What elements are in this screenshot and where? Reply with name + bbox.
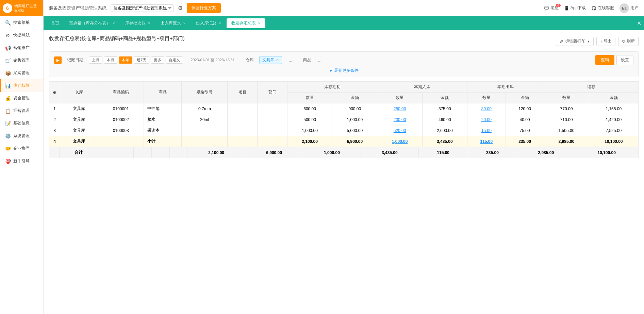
tab-close-icon[interactable]: ✕ <box>148 21 150 25</box>
sidebar-item-finance[interactable]: 💰资金管理 <box>0 92 43 104</box>
sidebar-item-basic[interactable]: 📝基础信息 <box>0 117 43 130</box>
warehouse-more[interactable]: ... <box>289 58 292 63</box>
tab-home[interactable]: 首页 <box>46 18 64 28</box>
tab-inout_summary[interactable]: 出入库汇总✕ <box>191 18 226 28</box>
message-action[interactable]: 💬 消息 6 <box>544 5 559 11</box>
cell-closing-amt: 1,420.00 <box>589 114 638 125</box>
cell-spec: 20ml <box>182 114 228 125</box>
purchase-icon: 📦 <box>5 70 11 76</box>
refresh-button[interactable]: ↻ 刷新 <box>618 37 639 46</box>
date-btn-more[interactable]: 更多 <box>151 56 164 64</box>
cell-project <box>228 114 258 125</box>
cell-code: 0100001 <box>98 103 144 114</box>
tab-close-icon[interactable]: ✕ <box>258 21 261 25</box>
service-action[interactable]: 🎧 在线客服 <box>591 5 614 11</box>
warehouse-tag-label: 文具库 <box>262 57 275 63</box>
tab-recv_send[interactable]: 收发存汇总表✕ <box>227 18 265 28</box>
sidebar-item-search[interactable]: 🔍搜索菜单 <box>0 16 43 29</box>
cell-out-qty[interactable]: 115.00 <box>467 136 506 147</box>
cell-in-qty[interactable]: 520.00 <box>377 125 422 136</box>
cell-in-qty[interactable]: 230.00 <box>377 114 422 125</box>
sidebar-item-guide[interactable]: 🎯新手引导 <box>0 155 43 167</box>
th-name: 商品 <box>144 82 182 103</box>
date-btn-this-year[interactable]: 本年 <box>119 56 132 64</box>
footer-empty-1 <box>49 147 60 158</box>
footer-label: 合计 <box>60 147 98 158</box>
expand-conditions-btn[interactable]: ▼ 展开更多条件 <box>54 68 633 73</box>
settings-button[interactable]: 设置 <box>616 55 633 65</box>
tab-bar: 首页现存量（库存分布表）✕库存批次账✕出入库流水✕出入库汇总✕收发存汇总表✕✕ <box>44 16 644 30</box>
export-button[interactable]: ↑ 导出 <box>596 37 615 46</box>
table-row: 3文具库0100003采访本1,000.005,000.00520.002,60… <box>49 125 639 136</box>
tab-inout_flow[interactable]: 出入库流水✕ <box>156 18 191 28</box>
th-gear[interactable]: ⚙ <box>49 82 60 103</box>
cell-out-amt: 235.00 <box>506 136 544 147</box>
system-selector[interactable]: 装备及固定资产辅助管理系统 <box>111 4 174 12</box>
sidebar-item-collab[interactable]: 🤝企业协同 <box>0 142 43 155</box>
tab-batch[interactable]: 库存批次账✕ <box>120 18 155 28</box>
brand-title: 畅库通好生意 <box>14 3 37 8</box>
page-title: 收发存汇总表(按仓库+商品编码+商品+规格型号+项目+部门) <box>49 35 185 42</box>
sidebar-item-inventory[interactable]: 📊库存核算 <box>0 79 43 92</box>
warehouse-tag-close[interactable]: ✕ <box>276 58 279 62</box>
gear-icon[interactable]: ⚙ <box>53 90 56 95</box>
cell-in-qty[interactable]: 1,000.00 <box>377 136 422 147</box>
date-filter-label: 记账日期 <box>67 57 83 63</box>
inventory-icon: 📊 <box>5 83 11 88</box>
cell-dept <box>258 136 287 147</box>
app-download-action[interactable]: 📱 App下载 <box>564 5 586 11</box>
tabbar-close-button[interactable]: ✕ <box>637 20 641 27</box>
product-filter-label: 商品 <box>303 57 311 63</box>
cell-dept <box>258 114 287 125</box>
sidebar-item-label: 快捷导航 <box>13 32 30 38</box>
product-more[interactable]: ... <box>318 58 321 63</box>
cell-opening-qty: 500.00 <box>287 114 332 125</box>
footer-closing-qty: 2,985.00 <box>517 147 575 158</box>
warehouse-filter-label: 仓库 <box>246 57 254 63</box>
sidebar-item-marketing[interactable]: 📢营销推广 <box>0 42 43 54</box>
topbar: 装备及固定资产辅助管理系统 装备及固定资产辅助管理系统 ⚙ 体验行业方案 💬 消… <box>44 0 644 16</box>
date-btn-7days[interactable]: 近7天 <box>134 56 149 64</box>
query-button[interactable]: 查询 <box>595 55 614 65</box>
footer-table: 合计 2,100.00 6,900.00 1,000.00 3,435.00 1… <box>49 147 639 158</box>
user-action[interactable]: Ea 用户 <box>620 3 639 13</box>
cell-out-qty[interactable]: 15.00 <box>467 125 506 136</box>
sidebar-item-sales[interactable]: 🛒销售管理 <box>0 54 43 67</box>
sidebar-brand: 畅库通好生意 标准版 <box>14 3 37 13</box>
sidebar-item-label: 经营管理 <box>13 108 30 114</box>
cell-project <box>228 103 258 114</box>
tab-close-icon[interactable]: ✕ <box>218 21 221 25</box>
sidebar-item-label: 库存核算 <box>13 83 30 88</box>
cell-index: 2 <box>49 114 60 125</box>
sidebar-item-purchase[interactable]: 📦采购管理 <box>0 67 43 79</box>
th-warehouse: 仓库 <box>60 82 98 103</box>
collab-icon: 🤝 <box>5 146 11 151</box>
date-btn-last-month[interactable]: 上月 <box>89 56 102 64</box>
refresh-icon: ↻ <box>622 39 625 44</box>
th-project: 项目 <box>228 82 258 103</box>
print-icon: 🖨 <box>560 39 564 44</box>
guide-icon: 🎯 <box>5 159 11 164</box>
filter-arrow-button[interactable]: ▶ <box>54 56 62 64</box>
tab-close-icon[interactable]: ✕ <box>183 21 186 25</box>
settings-icon[interactable]: ⚙ <box>178 5 183 11</box>
cell-index: 3 <box>49 125 60 136</box>
sidebar-item-system[interactable]: ⚙️系统管理 <box>0 130 43 142</box>
date-btn-custom[interactable]: 自定义 <box>166 56 183 64</box>
tab-stock_dist[interactable]: 现存量（库存分布表）✕ <box>65 18 120 28</box>
sidebar-item-operations[interactable]: 📋经营管理 <box>0 104 43 117</box>
print-button[interactable]: 🖨 拆链版打印 ▼ <box>556 37 594 46</box>
cell-in-qty[interactable]: 250.00 <box>377 103 422 114</box>
table-body: 1文具库0100001中性笔0.7mm600.00900.00250.00375… <box>49 103 639 147</box>
cell-spec <box>182 125 228 136</box>
cell-out-qty[interactable]: 20.00 <box>467 114 506 125</box>
experience-button[interactable]: 体验行业方案 <box>187 3 221 13</box>
cell-warehouse: 文具库 <box>60 125 98 136</box>
date-btn-this-month[interactable]: 本月 <box>104 56 117 64</box>
sidebar-item-quick[interactable]: ⊙快捷导航 <box>0 29 43 42</box>
footer-row: 合计 2,100.00 6,900.00 1,000.00 3,435.00 1… <box>49 147 639 158</box>
tab-close-icon[interactable]: ✕ <box>112 21 115 25</box>
export-label: 导出 <box>604 38 612 44</box>
cell-out-qty[interactable]: 80.00 <box>467 103 506 114</box>
brand-subtitle: 标准版 <box>14 8 37 13</box>
